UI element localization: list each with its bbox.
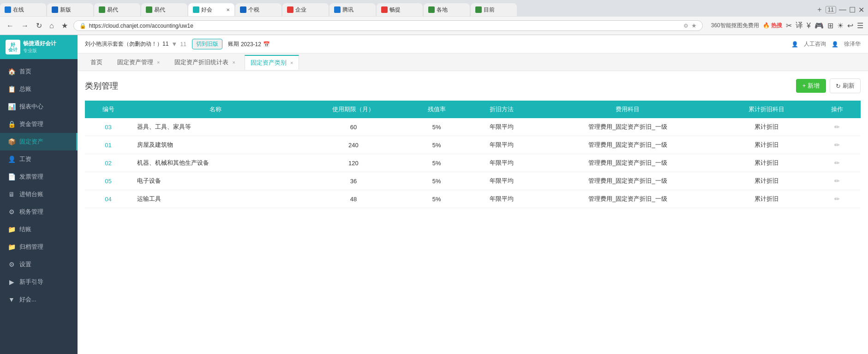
breadcrumb-close-depreciation[interactable]: ×: [232, 60, 235, 65]
browser-tab-t1[interactable]: 在线: [0, 3, 46, 16]
grid-icon[interactable]: ⊞: [827, 21, 833, 30]
site-info-icon[interactable]: ⚙: [683, 23, 688, 29]
tab-label: 易代: [154, 6, 165, 14]
data-table: 编号名称使用期限（月）残值率折旧方法费用科目累计折旧科目操作 03 器具、工具、…: [85, 101, 861, 208]
browser-tab-t3[interactable]: 易代: [94, 3, 140, 16]
nav-icon-settings: ⚙: [7, 260, 16, 269]
edit-button[interactable]: ✏: [834, 141, 840, 149]
nav-label-invoice: 发票管理: [19, 173, 43, 181]
breadcrumb-label-home: 首页: [90, 58, 102, 66]
edit-button[interactable]: ✏: [834, 195, 840, 203]
forward-button[interactable]: →: [19, 21, 30, 31]
breadcrumb-tab-fixed-mgmt[interactable]: 固定资产管理 ×: [112, 55, 165, 69]
cell-action: ✏: [814, 118, 861, 136]
tab-label: 各地: [437, 6, 448, 14]
browser-tab-t2[interactable]: 新版: [47, 3, 93, 16]
tab-close-button[interactable]: ✕: [226, 7, 230, 12]
game-icon[interactable]: 🎮: [814, 21, 824, 30]
breadcrumb-close-category[interactable]: ×: [290, 60, 293, 66]
browser-tab-t7[interactable]: 企业: [282, 3, 329, 16]
sidebar-item-salary[interactable]: 👤 工资: [0, 150, 78, 168]
company-dropdown[interactable]: ▼: [171, 41, 177, 48]
table-header: 残值率: [407, 101, 466, 118]
home-button[interactable]: ⌂: [48, 21, 56, 31]
browser-tab-t6[interactable]: 个税: [235, 3, 281, 16]
user-name[interactable]: 徐泽华: [844, 40, 861, 48]
sidebar-logo: 好会计 畅捷通好会计 专业版: [0, 35, 78, 59]
edit-button[interactable]: ✏: [834, 123, 840, 131]
browser-chrome: 在线 新版 易代 易代 好会 ✕ 个税 企业 腾讯 畅提 各地: [0, 0, 868, 35]
sidebar-item-home[interactable]: 🏠 首页: [0, 63, 78, 80]
close-icon[interactable]: ✕: [858, 6, 864, 14]
edit-button[interactable]: ✏: [834, 177, 840, 185]
minimize-icon[interactable]: —: [839, 6, 846, 14]
nav-label-fixed: 固定资产: [19, 138, 43, 146]
sidebar-item-ledger[interactable]: 📋 总账: [0, 80, 78, 98]
sidebar: 好会计 畅捷通好会计 专业版 🏠 首页 📋 总账 📊 报表中心 🔒 资金管理 📦…: [0, 35, 78, 354]
edit-button[interactable]: ✏: [834, 159, 840, 167]
cut-icon[interactable]: ✂: [786, 21, 792, 30]
reload-button[interactable]: ↻: [34, 20, 44, 31]
page-header: 类别管理 + 新增 ↻ 刷新: [85, 78, 861, 93]
new-tab-button[interactable]: +: [814, 6, 824, 14]
refresh-icon: ↻: [836, 83, 841, 90]
sidebar-item-settings[interactable]: ⚙ 设置: [0, 256, 78, 273]
sidebar-item-reports[interactable]: 📊 报表中心: [0, 98, 78, 115]
refresh-button[interactable]: ↻ 刷新: [830, 78, 861, 93]
calendar-icon[interactable]: 📅: [263, 41, 270, 48]
switch-version-button[interactable]: 切到旧版: [192, 39, 222, 49]
back-button[interactable]: ←: [5, 21, 16, 31]
browser-tab-t11[interactable]: 目前: [471, 3, 517, 16]
menu-icon[interactable]: ☰: [857, 21, 863, 30]
cell-name: 器具、工具、家具等: [132, 118, 299, 136]
cell-residual: 5%: [407, 172, 466, 190]
translate-icon[interactable]: 译: [796, 21, 803, 30]
nav-label-archive: 归档管理: [19, 243, 43, 251]
table-row: 01 房屋及建筑物 240 5% 年限平均 管理费用_固定资产折旧_一级 累计折…: [85, 136, 861, 154]
coupon-icon[interactable]: ¥: [807, 22, 811, 30]
logo-text-block: 畅捷通好会计 专业版: [23, 40, 56, 54]
sidebar-item-archive[interactable]: 📁 归档管理: [0, 238, 78, 256]
browser-tab-t5[interactable]: 好会 ✕: [188, 3, 234, 16]
cell-action: ✏: [814, 190, 861, 208]
sidebar-item-more[interactable]: ▼ 好会...: [0, 291, 78, 308]
browser-tab-t8[interactable]: 腾讯: [329, 3, 376, 16]
browser-tab-t10[interactable]: 各地: [424, 3, 470, 16]
tab-favicon: [193, 6, 199, 13]
bookmark-star-icon[interactable]: ★: [691, 22, 697, 29]
tab-favicon: [381, 6, 388, 13]
sidebar-item-tax[interactable]: ⚙ 税务管理: [0, 203, 78, 221]
address-url[interactable]: https://cloud.chanjet.com/accounting/uw1…: [89, 23, 681, 29]
search-query: 360智能抠图免费用: [711, 22, 759, 30]
sidebar-item-fixed[interactable]: 📦 固定资产: [0, 133, 78, 150]
restore-icon[interactable]: ☐: [849, 6, 856, 14]
brightness-icon[interactable]: ☀: [837, 21, 844, 30]
sidebar-item-guide[interactable]: ▶ 新手引导: [0, 273, 78, 291]
browser-tab-t9[interactable]: 畅提: [377, 3, 423, 16]
nav-icon-trade: 🖥: [7, 190, 16, 198]
table-row: 03 器具、工具、家具等 60 5% 年限平均 管理费用_固定资产折旧_一级 累…: [85, 118, 861, 136]
breadcrumb-tab-home[interactable]: 首页: [85, 55, 108, 69]
breadcrumb-close-fixed-mgmt[interactable]: ×: [157, 60, 160, 65]
breadcrumb-tab-category[interactable]: 固定资产类别 ×: [245, 55, 299, 70]
nav-icon-more: ▼: [7, 295, 16, 304]
breadcrumb-tab-depreciation[interactable]: 固定资产折旧统计表 ×: [169, 55, 240, 69]
company-info: 刘小艳演示套套（勿删勿动！）11 ▼ 11: [85, 40, 186, 48]
nav-icon-tax: ⚙: [7, 208, 16, 216]
cell-code: 01: [85, 136, 132, 154]
sidebar-item-settle[interactable]: 📁 结账: [0, 221, 78, 238]
breadcrumb-label-fixed-mgmt: 固定资产管理: [117, 58, 153, 66]
tab-favicon: [428, 6, 435, 13]
undo-icon[interactable]: ↩: [847, 21, 853, 30]
nav-icon-salary: 👤: [7, 155, 16, 163]
sidebar-item-invoice[interactable]: 📄 发票管理: [0, 168, 78, 186]
table-row: 04 运输工具 48 5% 年限平均 管理费用_固定资产折旧_一级 累计折旧 ✏: [85, 190, 861, 208]
sidebar-item-funds[interactable]: 🔒 资金管理: [0, 115, 78, 133]
cell-accumulated: 累计折旧: [718, 154, 814, 172]
bookmark-button[interactable]: ★: [60, 20, 70, 31]
add-button[interactable]: + 新增: [796, 79, 826, 93]
consultant-label[interactable]: 人工咨询: [804, 40, 826, 48]
browser-tab-t4[interactable]: 易代: [141, 3, 187, 16]
sidebar-item-trade[interactable]: 🖥 进销台账: [0, 186, 78, 203]
consultant-icon: 👤: [791, 41, 798, 48]
